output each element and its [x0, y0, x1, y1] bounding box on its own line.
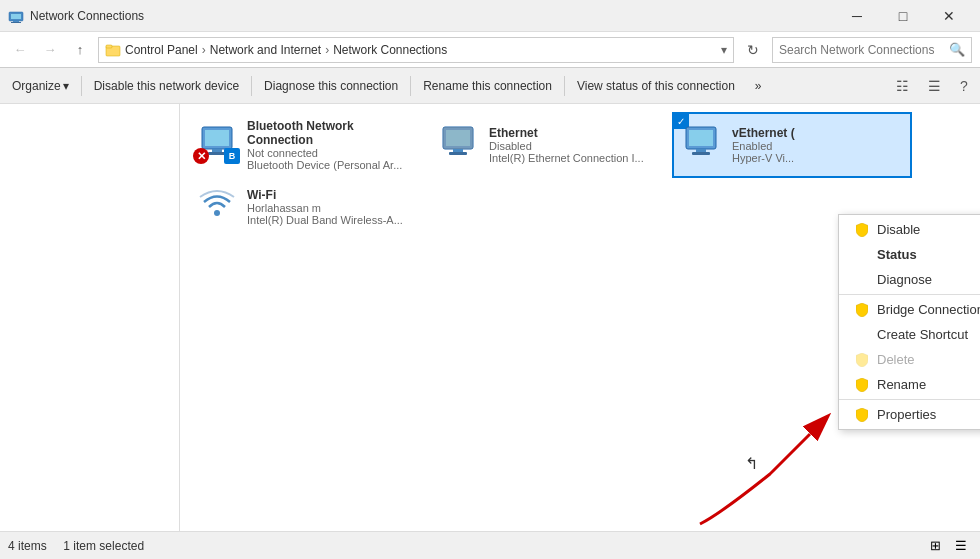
help-button[interactable]: ? [952, 74, 976, 98]
shield-icon-delete [855, 353, 869, 367]
refresh-button[interactable]: ↻ [740, 37, 766, 63]
wifi-icon-svg [198, 187, 236, 219]
shield-icon-properties [855, 408, 869, 422]
shield-icon [855, 223, 869, 237]
ctx-disable[interactable]: Disable [839, 217, 980, 242]
list-item[interactable]: ✓ vEthernet ( Enabled Hyper-V Vi... [672, 112, 912, 178]
details-view-button[interactable]: ☰ [950, 535, 972, 557]
list-item[interactable]: Ethernet Disabled Intel(R) Ethernet Conn… [430, 112, 670, 178]
shield-icon-bridge [855, 303, 869, 317]
ctx-status-label: Status [877, 247, 917, 262]
connection-detail: Bluetooth Device (Personal Ar... [247, 159, 407, 171]
connection-name: Ethernet [489, 126, 661, 140]
connection-status: Horlahassan m [247, 202, 419, 214]
svg-rect-18 [692, 152, 710, 155]
maximize-button[interactable]: □ [880, 0, 926, 32]
ctx-shortcut-label: Create Shortcut [877, 327, 968, 342]
ethernet-icon [439, 125, 477, 157]
shield-icon-rename [855, 378, 869, 392]
connection-name: Bluetooth Network Connection [247, 119, 419, 147]
view-status-button[interactable]: View status of this connection [569, 72, 743, 100]
ctx-shortcut[interactable]: Create Shortcut [839, 322, 980, 347]
connection-detail: Intel(R) Dual Band Wireless-A... [247, 214, 407, 226]
svg-rect-3 [11, 22, 21, 23]
connection-icon [197, 187, 237, 227]
ctx-properties[interactable]: Properties [839, 402, 980, 427]
ctx-disable-label: Disable [877, 222, 920, 237]
up-button[interactable]: ↑ [68, 38, 92, 62]
toolbar-right: ☷ ☰ ? [888, 72, 976, 100]
svg-rect-5 [106, 45, 112, 48]
ctx-rename-label: Rename [877, 377, 926, 392]
title-bar: Network Connections ─ □ ✕ [0, 0, 980, 32]
forward-button[interactable]: → [38, 38, 62, 62]
cursor-indicator: ↰ [745, 454, 758, 473]
minimize-button[interactable]: ─ [834, 0, 880, 32]
selected-count: 1 item selected [63, 539, 144, 553]
connection-info: Ethernet Disabled Intel(R) Ethernet Conn… [489, 126, 661, 164]
ctx-separator-2 [839, 399, 980, 400]
ctx-properties-label: Properties [877, 407, 936, 422]
ctx-diagnose[interactable]: Diagnose [839, 267, 980, 292]
main-area: B ✕ Bluetooth Network Connection Not con… [0, 104, 980, 531]
list-item[interactable]: B ✕ Bluetooth Network Connection Not con… [188, 112, 428, 178]
nav-pane [0, 104, 180, 531]
connection-status: Disabled [489, 140, 661, 152]
app-icon [8, 8, 24, 24]
status-bar: 4 items 1 item selected ⊞ ☰ [0, 531, 980, 559]
title-bar-controls: ─ □ ✕ [834, 0, 972, 32]
ctx-diagnose-label: Diagnose [877, 272, 932, 287]
breadcrumb-networkinternet[interactable]: Network and Internet [210, 43, 321, 57]
context-menu: Disable Status Diagnose Bridge Connectio… [838, 214, 980, 430]
connection-status: Enabled [732, 140, 902, 152]
details-pane-button[interactable]: ☰ [920, 72, 948, 100]
window-title: Network Connections [30, 9, 144, 23]
connection-icon [439, 125, 479, 165]
svg-rect-16 [689, 130, 713, 146]
items-count: 4 items [8, 539, 47, 553]
connection-detail: Intel(R) Ethernet Connection I... [489, 152, 649, 164]
connection-icon: B ✕ [197, 125, 237, 165]
ctx-bridge[interactable]: Bridge Connections [839, 297, 980, 322]
search-icon: 🔍 [949, 42, 965, 57]
search-box[interactable]: 🔍 [772, 37, 972, 63]
toolbar-separator-4 [564, 76, 565, 96]
title-bar-left: Network Connections [8, 8, 144, 24]
svg-point-19 [214, 210, 220, 216]
change-view-button[interactable]: ☷ [888, 72, 916, 100]
svg-rect-14 [443, 127, 473, 149]
address-path[interactable]: Control Panel › Network and Internet › N… [98, 37, 734, 63]
connection-info: vEthernet ( Enabled Hyper-V Vi... [732, 126, 902, 164]
svg-rect-7 [205, 130, 229, 146]
close-button[interactable]: ✕ [926, 0, 972, 32]
disable-device-button[interactable]: Disable this network device [86, 72, 247, 100]
rename-button[interactable]: Rename this connection [415, 72, 560, 100]
organize-button[interactable]: Organize ▾ [4, 72, 77, 100]
folder-icon [105, 42, 121, 58]
more-button[interactable]: » [747, 72, 770, 100]
connection-status: Not connected [247, 147, 419, 159]
content-area: B ✕ Bluetooth Network Connection Not con… [180, 104, 980, 531]
address-bar: ← → ↑ Control Panel › Network and Intern… [0, 32, 980, 68]
ctx-delete-label: Delete [877, 352, 915, 367]
connection-icon [682, 125, 722, 165]
vethernet-icon [682, 125, 720, 157]
ctx-rename[interactable]: Rename [839, 372, 980, 397]
breadcrumb-networkconnections[interactable]: Network Connections [333, 43, 447, 57]
search-input[interactable] [779, 43, 945, 57]
svg-rect-1 [11, 14, 21, 19]
toolbar-separator-2 [251, 76, 252, 96]
toolbar-separator-1 [81, 76, 82, 96]
connection-info: Bluetooth Network Connection Not connect… [247, 119, 419, 171]
svg-rect-13 [449, 152, 467, 155]
connection-detail: Hyper-V Vi... [732, 152, 892, 164]
back-button[interactable]: ← [8, 38, 32, 62]
list-item[interactable]: Wi-Fi Horlahassan m Intel(R) Dual Band W… [188, 180, 428, 234]
connection-name: Wi-Fi [247, 188, 419, 202]
ctx-delete[interactable]: Delete [839, 347, 980, 372]
breadcrumb-controlpanel[interactable]: Control Panel [125, 43, 198, 57]
ctx-status[interactable]: Status [839, 242, 980, 267]
diagnose-button[interactable]: Diagnose this connection [256, 72, 406, 100]
large-icons-view-button[interactable]: ⊞ [924, 535, 946, 557]
toolbar: Organize ▾ Disable this network device D… [0, 68, 980, 104]
